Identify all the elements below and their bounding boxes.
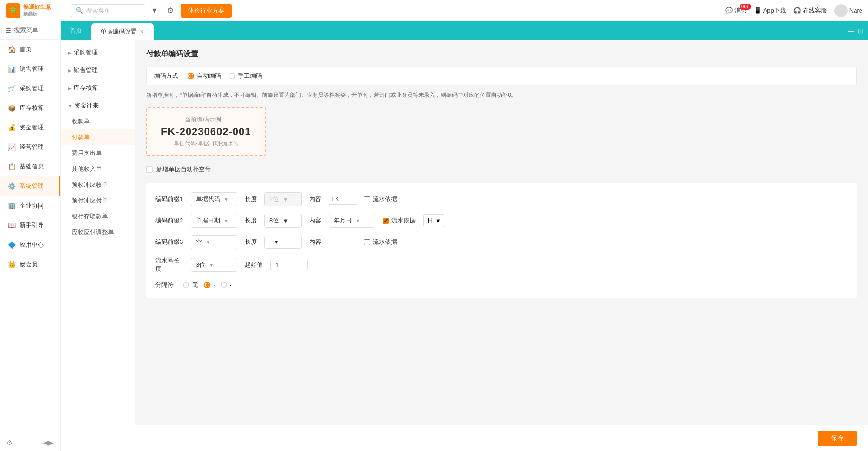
length2-arrow-icon: ▼ [283,217,289,224]
sep-dot1[interactable]: · [204,282,215,289]
save-button[interactable]: 保存 [818,431,857,446]
preview-label: 当前编码示例： [161,115,251,124]
system-icon: ⚙️ [7,182,16,190]
trial-button[interactable]: 体验行业方案 [181,4,232,18]
sidebar-search[interactable]: ☰ 搜索菜单 [0,21,60,40]
day-select[interactable]: 日 ▼ [423,214,445,227]
waterfall1-checkbox[interactable] [364,196,370,202]
topbar-gear-icon[interactable]: ⚙ [164,4,177,17]
sub-menu-payment[interactable]: 付款单 [61,129,135,145]
content2-arrow-icon: ▼ [356,218,360,223]
serial-length-arrow-icon: ▼ [209,263,214,268]
sidebar-search-icon: ☰ [6,27,11,34]
sidebar-item-base[interactable]: 📋 基础信息 [0,157,60,176]
waterfall2-checkbox[interactable] [383,218,389,224]
sidebar-item-member[interactable]: 👑 畅会员 [0,255,60,274]
collapse-icon[interactable]: ◀▶ [43,439,54,446]
radio-auto-dot [188,73,194,79]
sidebar-item-home[interactable]: 🏠 首页 [0,40,60,59]
prefix2-select[interactable]: 单据日期 ▼ [191,214,237,228]
sub-menu-sales: ▶ 销售管理 [61,62,135,78]
sub-menu-purchase-header[interactable]: ▶ 采购管理 [61,45,135,61]
user-area[interactable]: Nare [834,4,862,17]
fund-label: 资金往来 [74,101,99,110]
radio-manual[interactable]: 手工编码 [229,72,262,80]
start-value-label: 起始值 [245,261,263,269]
sub-menu-bank[interactable]: 银行存取款单 [61,209,135,224]
sidebar-item-purchase[interactable]: 🛒 采购管理 [0,79,60,98]
tab-home-label: 首页 [70,27,82,35]
waterfall1-check[interactable]: 流水依据 [364,195,397,203]
prefix1-value: 单据代码 [196,195,220,203]
sidebar-bottom: ⚙ ◀▶ [0,434,60,451]
prefix3-select[interactable]: 空 ▼ [191,235,237,249]
waterfall2-label: 流水依据 [391,216,416,225]
sidebar-item-finance[interactable]: 💰 资金管理 [0,118,60,137]
content2-value: 年月日 [334,216,352,225]
length2-select[interactable]: 8位 ▼ [264,214,302,228]
service-label: 在线客服 [803,7,827,15]
sidebar-item-corp[interactable]: 🏢 企业协同 [0,196,60,215]
sub-menu-inventory-header[interactable]: ▶ 库存核算 [61,80,135,96]
prefix1-select[interactable]: 单据代码 ▼ [191,192,237,206]
app-download-item[interactable]: 📱 App下载 [754,7,786,15]
coding-mode-row: 编码方式 自动编码 手工编码 [146,67,857,85]
day-arrow-icon: ▼ [435,217,441,224]
topbar-middle: 🔍 搜索菜单 ▼ ⚙ 体验行业方案 [71,4,720,18]
prefix3-label: 编码前缀3 [155,238,183,246]
length3-select[interactable]: ▼ [264,236,302,249]
radio-auto[interactable]: 自动编码 [188,72,221,80]
sep-none[interactable]: 无 [183,281,198,289]
app-download-icon: 📱 [754,7,761,14]
content2-select[interactable]: 年月日 ▼ [329,214,375,228]
sidebar-label-guide: 新手引导 [20,221,44,229]
tab-maximize-icon[interactable]: ⊡ [858,27,863,34]
service-item[interactable]: 🎧 在线客服 [794,7,827,15]
radio-auto-label: 自动编码 [197,72,221,80]
sidebar-label-inventory: 库存核算 [20,104,44,112]
length3-label: 长度 [245,238,257,246]
sidebar-item-sales[interactable]: 📊 销售管理 [0,59,60,79]
sub-menu-adjust[interactable]: 应收应付调整单 [61,224,135,240]
sub-menu-receipt[interactable]: 收款单 [61,114,135,129]
sub-menu-prepay-ap[interactable]: 预付冲应付单 [61,193,135,209]
home-icon: 🏠 [7,45,16,54]
sidebar-item-inventory[interactable]: 📦 库存核算 [0,98,60,118]
page-content: 付款单编码设置 编码方式 自动编码 手工编码 [135,40,868,425]
sep-dot2[interactable]: · [221,282,232,289]
auto-fill-checkbox[interactable] [146,166,153,173]
sidebar-label-system: 系统管理 [20,182,44,190]
message-item[interactable]: 💬 消息 99+ [725,7,747,15]
purchase-arrow-icon: ▶ [68,50,72,55]
tab-home[interactable]: 首页 [61,21,91,40]
finance-icon: 💰 [7,123,16,132]
sidebar-item-operations[interactable]: 📈 经营管理 [0,137,60,157]
sidebar-item-guide[interactable]: 📖 新手引导 [0,215,60,235]
tab-minimize-icon[interactable]: — [848,27,854,34]
guide-icon: 📖 [7,221,16,229]
settings-bottom-icon[interactable]: ⚙ [7,439,13,446]
main-area: 首页 单据编码设置 ✕ — ⊡ ▶ 采购管理 [61,21,868,451]
serial-length-select[interactable]: 3位 ▼ [191,258,237,272]
sub-menu-other-income[interactable]: 其他收入单 [61,161,135,177]
sub-menu-sales-header[interactable]: ▶ 销售管理 [61,62,135,78]
sidebar-item-apps[interactable]: 🔷 应用中心 [0,235,60,255]
tab-coding[interactable]: 单据编码设置 ✕ [91,23,154,40]
prefix2-label: 编码前缀2 [155,216,183,225]
start-value-input[interactable] [270,259,308,271]
waterfall2-check[interactable]: 流水依据 [383,216,416,225]
coding-mode-label: 编码方式 [154,72,178,80]
topbar-search[interactable]: 🔍 搜索菜单 [71,4,145,17]
sub-menu-fund-header[interactable]: ▼ 资金往来 [61,98,135,114]
sales-icon: 📊 [7,65,16,73]
waterfall3-checkbox[interactable] [364,239,370,245]
radio-manual-label: 手工编码 [238,72,262,80]
waterfall3-check[interactable]: 流水依据 [364,238,397,246]
apps-icon: 🔷 [7,241,16,249]
sub-menu-prepay-ar[interactable]: 预收冲应收单 [61,177,135,193]
topbar-dropdown-icon[interactable]: ▼ [149,5,160,16]
logo-text-block: 畅通好生意 插晶版 [23,4,51,18]
sub-menu-expense[interactable]: 费用支出单 [61,145,135,161]
sidebar-item-system[interactable]: ⚙️ 系统管理 [0,176,60,196]
tab-close-icon[interactable]: ✕ [140,28,144,35]
